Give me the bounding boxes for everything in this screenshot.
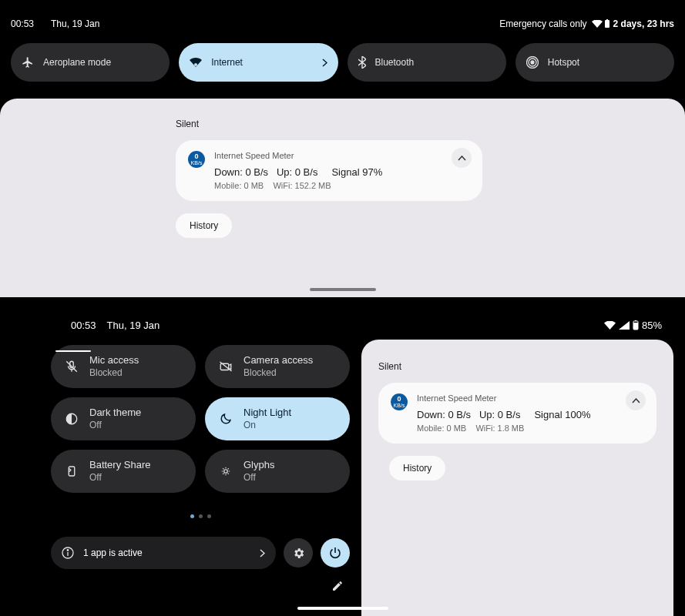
status-time: 00:53 — [11, 18, 34, 29]
status-time: 00:53 — [71, 320, 96, 331]
share-icon — [63, 464, 80, 478]
hotspot-icon — [526, 56, 539, 69]
expand-toggle[interactable] — [452, 148, 472, 168]
tile-subtitle: Off — [89, 472, 151, 484]
battery-percent: 85% — [642, 320, 662, 331]
svg-point-12 — [224, 470, 228, 474]
notification-card[interactable]: 0 KB/s Internet Speed Meter Down: 0 B/s … — [176, 140, 482, 201]
battery-icon — [604, 19, 610, 28]
tile-label: Aeroplane mode — [43, 57, 159, 68]
dark-icon — [63, 412, 80, 426]
tile-night-light[interactable]: Night LightOn — [205, 397, 350, 440]
moon-icon — [217, 412, 234, 426]
active-apps-button[interactable]: 1 app is active — [51, 537, 276, 569]
chevron-up-icon — [632, 398, 640, 403]
gear-icon — [292, 547, 305, 560]
tile-label: Internet — [211, 57, 321, 68]
tile-aeroplane[interactable]: Aeroplane mode — [11, 43, 170, 82]
notification-card[interactable]: 0 KB/s Internet Speed Meter Down: 0 B/s … — [378, 383, 656, 444]
navigation-handle[interactable] — [297, 607, 388, 610]
tile-label: Hotspot — [548, 57, 663, 68]
wifi-icon — [604, 321, 616, 330]
app-icon: 0 KB/s — [188, 151, 205, 168]
tile-internet[interactable]: Internet — [179, 43, 337, 82]
history-chip[interactable]: History — [176, 213, 232, 238]
status-date: Thu, 19 Jan — [51, 18, 499, 29]
svg-rect-17 — [633, 323, 638, 330]
tile-subtitle: Off — [243, 472, 274, 484]
power-button[interactable] — [321, 538, 350, 567]
silent-heading: Silent — [176, 119, 685, 129]
tile-title: Night Light — [243, 407, 291, 419]
notification-line2: Mobile: 0 MB WiFi: 1.8 MB — [417, 424, 644, 433]
silent-heading: Silent — [378, 361, 656, 372]
aeroplane-icon — [22, 56, 34, 69]
notification-line2: Mobile: 0 MB WiFi: 152.2 MB — [214, 181, 470, 190]
tile-hotspot[interactable]: Hotspot — [515, 43, 674, 82]
notification-app-name: Internet Speed Meter — [417, 393, 644, 403]
signal-icon — [619, 321, 630, 330]
svg-point-3 — [531, 61, 534, 64]
wifi-icon — [592, 20, 603, 28]
notification-line1: Down: 0 B/s Up: 0 B/s Signal 100% — [417, 409, 644, 420]
tile-battery-share[interactable]: Battery ShareOff — [51, 450, 196, 493]
tile-title: Dark theme — [89, 407, 141, 419]
drag-handle[interactable] — [310, 288, 376, 291]
tile-label: Bluetooth — [375, 57, 495, 68]
battery-icon — [633, 320, 639, 330]
tile-subtitle: Blocked — [89, 367, 139, 379]
pencil-icon — [331, 580, 344, 592]
tile-title: Mic access — [89, 354, 139, 367]
camera-off-icon — [217, 360, 234, 373]
svg-rect-1 — [606, 19, 608, 20]
tile-camera-access[interactable]: Camera accessBlocked — [205, 345, 350, 388]
expand-toggle[interactable] — [626, 390, 646, 410]
glyph-icon — [217, 464, 234, 478]
bluetooth-icon — [358, 56, 366, 69]
emergency-text: Emergency calls only — [499, 18, 586, 29]
info-icon — [62, 547, 74, 559]
svg-point-2 — [194, 63, 197, 66]
tile-title: Glyphs — [243, 459, 274, 471]
chevron-up-icon — [458, 156, 466, 161]
time-underline — [55, 350, 91, 352]
tile-glyphs[interactable]: GlyphsOff — [205, 450, 350, 493]
app-icon: 0 KB/s — [391, 393, 408, 410]
wifi-icon — [190, 58, 202, 67]
tile-subtitle: On — [243, 420, 291, 431]
tile-dark-theme[interactable]: Dark themeOff — [51, 397, 196, 440]
tile-title: Camera access — [243, 354, 313, 367]
status-date: Thu, 19 Jan — [107, 320, 160, 331]
svg-rect-18 — [635, 320, 636, 321]
tile-bluetooth[interactable]: Bluetooth — [348, 43, 506, 82]
mic-off-icon — [63, 360, 80, 373]
tile-subtitle: Off — [89, 420, 141, 431]
history-chip[interactable]: History — [389, 456, 445, 480]
svg-point-15 — [67, 550, 69, 551]
battery-text: 2 days, 23 hrs — [613, 18, 674, 29]
page-dots — [154, 514, 247, 518]
notification-app-name: Internet Speed Meter — [214, 151, 470, 160]
power-icon — [329, 547, 341, 559]
svg-rect-0 — [605, 20, 609, 28]
active-apps-label: 1 app is active — [83, 547, 260, 558]
svg-rect-8 — [220, 363, 229, 370]
chevron-right-icon — [260, 549, 265, 557]
tile-subtitle: Blocked — [243, 367, 313, 379]
edit-button[interactable] — [331, 580, 344, 592]
settings-button[interactable] — [284, 538, 313, 567]
chevron-right-icon — [322, 59, 327, 67]
tile-title: Battery Share — [89, 459, 151, 471]
notification-line1: Down: 0 B/s Up: 0 B/s Signal 97% — [214, 166, 470, 178]
